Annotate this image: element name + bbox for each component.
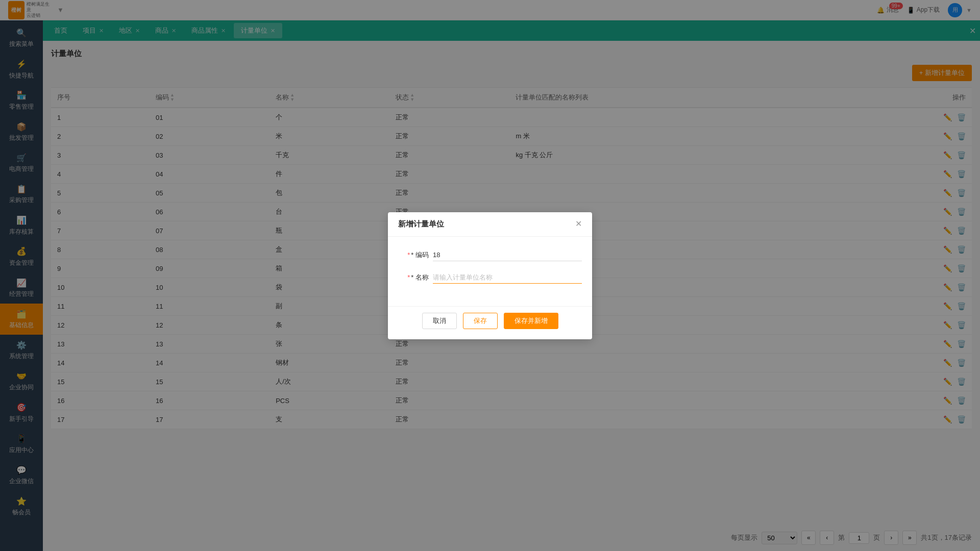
modal-body: * 编码 * 名称: [388, 237, 592, 306]
name-input[interactable]: [433, 271, 582, 284]
save-button[interactable]: 保存: [463, 313, 498, 329]
form-item-code: * 编码: [398, 249, 582, 261]
code-input[interactable]: [433, 249, 582, 261]
modal-title: 新增计量单位: [398, 219, 444, 229]
save-and-new-button[interactable]: 保存并新增: [504, 313, 558, 329]
modal-footer: 取消 保存 保存并新增: [388, 306, 592, 339]
modal-header: 新增计量单位 ✕: [388, 212, 592, 237]
name-label: * 名称: [398, 273, 429, 282]
modal-overlay: 新增计量单位 ✕ * 编码 * 名称 取消 保存 保存并新增: [0, 0, 980, 551]
modal-close-button[interactable]: ✕: [575, 220, 582, 228]
code-label: * 编码: [398, 251, 429, 260]
add-measure-unit-modal: 新增计量单位 ✕ * 编码 * 名称 取消 保存 保存并新增: [388, 212, 592, 339]
form-item-name: * 名称: [398, 271, 582, 284]
cancel-button[interactable]: 取消: [422, 313, 457, 329]
